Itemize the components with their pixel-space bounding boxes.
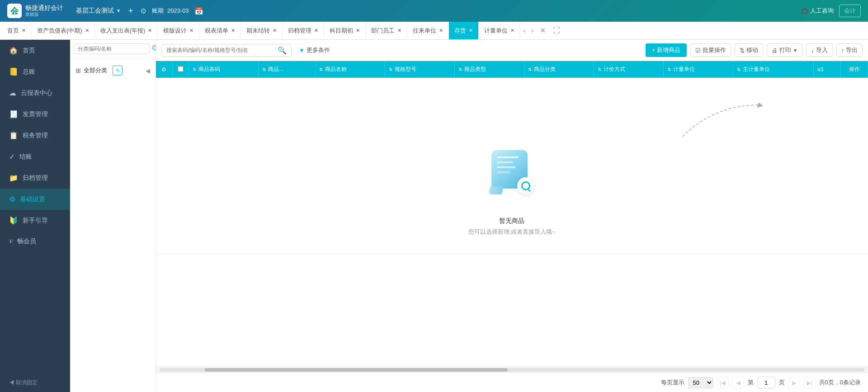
th-col3[interactable]: ≡3 [813,61,840,78]
add-tab-btn[interactable]: + [127,6,135,16]
tab-period-end[interactable]: 期末结转 ✕ [241,22,283,40]
check-icon: ✓ [9,152,15,161]
sort-icon7: ⇅ [598,67,601,72]
print-btn[interactable]: 🖨 打印 ▼ [767,43,802,57]
tab-close-dept[interactable]: ✕ [397,28,401,33]
home-icon: 🏠 [9,46,18,55]
fullscreen-btn[interactable]: ⛶ [549,27,564,35]
select-all-checkbox[interactable] [178,66,184,72]
sidebar-item-invoice[interactable]: 🧾 发票管理 [0,104,70,125]
category-search-input[interactable] [74,43,150,54]
tab-unit[interactable]: 计量单位 ✕ [479,22,520,40]
tab-template[interactable]: 模版设计 ✕ [158,22,199,40]
dashed-arrow-svg [678,100,769,146]
prev-page-btn[interactable]: ◀ [732,377,744,388]
cloud-icon: ☁ [9,89,16,97]
tab-close-unit[interactable]: ✕ [510,28,514,33]
empty-title: 暂无商品 [499,217,524,225]
tab-close-partners[interactable]: ✕ [439,28,443,33]
th-name[interactable]: ⇅ 商品名称 [316,61,385,78]
last-page-btn[interactable]: ▶| [804,377,816,388]
calendar-icon[interactable]: 📅 [194,7,203,15]
edit-category-btn[interactable]: ✎ [113,66,123,76]
th-gear[interactable]: ⚙ [156,61,172,78]
tab-close-balance[interactable]: ✕ [85,28,89,33]
th-unit[interactable]: ⇅ 计量单位 [664,61,733,78]
filter-icon: ▼ [299,47,305,54]
import-btn[interactable]: ↓ 导入 [806,43,833,57]
sort-icon8: ⇅ [667,67,671,72]
next-page-btn[interactable]: ▶ [788,377,800,388]
tab-close-period-end[interactable]: ✕ [273,28,277,33]
sidebar-item-member[interactable]: V 畅会员 [0,231,70,252]
main-layout: 🏠 首页 📒 总账 ☁ 云报表中心 🧾 发票管理 📋 税务管理 ✓ 结账 📁 归… [0,40,868,392]
sidebar-item-ledger[interactable]: 📒 总账 [0,61,70,82]
horizontal-scrollbar[interactable] [156,366,868,373]
per-page-select[interactable]: 50 10 20 100 [688,377,713,388]
sidebar-unpin-btn[interactable]: ◀ 取消固定 [0,373,70,392]
more-filters-btn[interactable]: ▼ 更多条件 [295,44,334,56]
first-page-btn[interactable]: |◀ [717,377,729,388]
tab-next-btn[interactable]: › [528,27,536,35]
th-barcode[interactable]: ⇅ 商品条码 [189,61,258,78]
tab-close-subject[interactable]: ✕ [356,28,360,33]
tab-close-archive[interactable]: ✕ [314,28,318,33]
account-button[interactable]: 会计 [839,5,861,17]
tab-home[interactable]: 首页 ✕ [2,22,32,40]
scrollbar-thumb[interactable] [205,368,508,372]
tab-archive[interactable]: 归档管理 ✕ [283,22,324,40]
tab-close-home[interactable]: ✕ [22,28,26,33]
print-icon: 🖨 [772,47,778,54]
tab-dept[interactable]: 部门员工 ✕ [366,22,407,40]
search-icon[interactable]: 🔍 [278,46,287,55]
tab-balance[interactable]: 资产负债表(中期) ✕ [32,22,95,40]
move-btn[interactable]: ⇅ 移动 [735,43,763,57]
sidebar-item-archive[interactable]: 📁 归档管理 [0,167,70,189]
tab-close-template[interactable]: ✕ [189,28,193,33]
sidebar-item-home[interactable]: 🏠 首页 [0,40,70,61]
th-checkbox[interactable] [172,61,189,78]
company-dropdown[interactable]: 基层工会测试 ▼ [76,7,121,15]
consult-button[interactable]: 🎧 人工咨询 [801,7,834,15]
app-name: 畅捷通好会计 [25,4,63,12]
tab-subject[interactable]: 科目期初 ✕ [324,22,366,40]
th-type[interactable]: ⇅ 商品类型 [455,61,524,78]
headset-icon: 🎧 [801,8,808,14]
page-input[interactable] [757,377,775,388]
tab-income[interactable]: 收入支出表(年报) ✕ [95,22,158,40]
close-all-tabs-btn[interactable]: ✕ [536,26,549,35]
tab-prev-btn[interactable]: ‹ [520,27,528,35]
sidebar-item-close[interactable]: ✓ 结账 [0,146,70,167]
tab-close-income[interactable]: ✕ [148,28,152,33]
period-value: 2023-03 [167,7,189,14]
tab-close-tax[interactable]: ✕ [231,28,235,33]
sidebar-item-guide[interactable]: 🔰 新手引导 [0,210,70,231]
collapse-icon[interactable]: ◀ [146,67,150,74]
th-main-unit[interactable]: ⇅ 主计量单位 [733,61,814,78]
folder-icon: 📁 [9,174,18,182]
tab-inventory[interactable]: 存货 ✕ [449,22,479,40]
tab-tax[interactable]: 税表清单 ✕ [199,22,241,40]
settings-icon[interactable]: ⚙ [140,7,146,15]
empty-desc: 您可以选择新增,或者直接导入哦~ [468,228,556,236]
sidebar-item-tax[interactable]: 📋 税务管理 [0,125,70,146]
right-panel: 🔍 ▼ 更多条件 + 新增商品 ☑ 批量操作 ⇅ 移动 [156,40,868,392]
export-btn[interactable]: ↑ 导出 [836,43,863,57]
sidebar-item-reports[interactable]: ☁ 云报表中心 [0,82,70,104]
sidebar-item-settings[interactable]: ⚙ 基础设置 [0,189,70,210]
app-logo: 会 [7,4,22,18]
th-code[interactable]: ⇅ 商品... [258,61,316,78]
product-search-input[interactable] [166,47,275,53]
batch-ops-btn[interactable]: ☑ 批量操作 [690,43,731,57]
tab-close-inventory[interactable]: ✕ [469,28,473,33]
th-category[interactable]: ⇅ 商品分类 [524,61,594,78]
th-price-method[interactable]: ⇅ 计价方式 [594,61,664,78]
per-page-label: 每页显示 [661,378,684,387]
all-categories-item[interactable]: ⊞ 全部分类 ✎ ◀ [70,62,156,79]
empty-state: 暂无商品 您可以选择新增,或者直接导入哦~ [156,78,868,254]
print-dropdown-icon: ▼ [793,48,797,53]
add-product-btn[interactable]: + 新增商品 [646,43,687,57]
sort-icon9: ⇅ [737,67,741,72]
tab-partners[interactable]: 往来单位 ✕ [407,22,449,40]
th-spec[interactable]: ⇅ 规格型号 [385,61,455,78]
